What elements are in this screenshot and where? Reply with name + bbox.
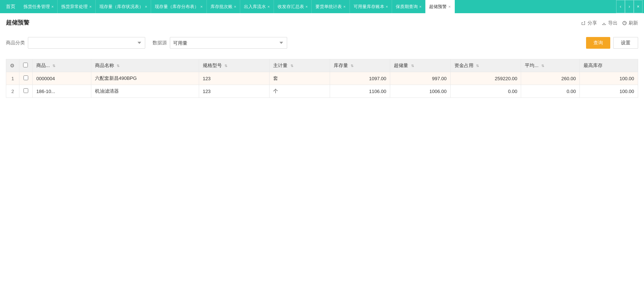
nav-tab-4[interactable]: 现存量（库存分布表） ×	[151, 0, 206, 13]
th-stock-label: 库存量	[334, 63, 348, 68]
page-title: 超储预警	[6, 19, 29, 27]
nav-tab-label: 现存量（库存分布表）	[155, 4, 199, 10]
row-over-stock: 997.00	[390, 72, 450, 85]
row-num: 2	[6, 85, 19, 98]
th-product-code: 商品... ⇅	[33, 59, 91, 72]
sort-icon[interactable]: ⇅	[476, 64, 479, 68]
th-over-stock-label: 超储量	[394, 63, 408, 68]
th-capital: 资金占用 ⇅	[450, 59, 521, 72]
query-button[interactable]: 查询	[586, 37, 610, 49]
nav-tab-5[interactable]: 库存批次账 ×	[207, 0, 240, 13]
nav-tab-2[interactable]: 拣货异常处理 ×	[58, 0, 95, 13]
filter-row: 商品分类 数据源 可用量 查询 设置	[6, 33, 638, 53]
row-checkbox[interactable]	[23, 75, 28, 80]
nav-tab-3[interactable]: 现存量（库存状况表） ×	[96, 0, 151, 13]
nav-tab-7[interactable]: 收发存汇总表 ×	[274, 0, 312, 13]
category-select[interactable]	[28, 37, 145, 49]
nav-tab-6[interactable]: 出入库流水 ×	[240, 0, 274, 13]
nav-tab-close[interactable]: ×	[267, 4, 270, 9]
nav-arrow-close[interactable]: ×	[634, 0, 643, 13]
row-product-code: 0000004	[33, 72, 91, 85]
table-body: 1 0000004 六配套新昌490BPG 123 套 1097.00 997.…	[6, 72, 638, 98]
nav-tab-label: 出入库流水	[244, 4, 266, 10]
nav-tab-8[interactable]: 要货单统计表 ×	[312, 0, 350, 13]
th-max-stock-label: 最高库存	[583, 63, 603, 68]
gear-icon[interactable]: ⚙	[10, 63, 15, 68]
row-num: 1	[6, 72, 19, 85]
sort-icon[interactable]: ⇅	[351, 64, 354, 68]
nav-arrows: ‹ › ×	[616, 0, 643, 13]
nav-tab-label: 可用量库存账本	[354, 4, 384, 10]
row-max-stock: 100.00	[580, 72, 638, 85]
row-spec: 123	[199, 72, 270, 85]
row-product-name: 六配套新昌490BPG	[91, 72, 199, 85]
filter-buttons: 查询 设置	[586, 37, 638, 49]
nav-tab-1[interactable]: 拣货任务管理 ×	[20, 0, 58, 13]
th-capital-label: 资金占用	[454, 63, 473, 68]
nav-tab-close[interactable]: ×	[386, 4, 388, 9]
th-spec-label: 规格型号	[203, 63, 222, 68]
nav-tab-close[interactable]: ×	[234, 4, 236, 9]
refresh-button[interactable]: 刷新	[622, 20, 638, 26]
nav-tab-close[interactable]: ×	[305, 4, 308, 9]
sort-icon[interactable]: ⇅	[411, 64, 414, 68]
datasource-select[interactable]: 可用量	[170, 37, 287, 49]
share-button[interactable]: 分享	[581, 20, 597, 26]
table-row: 2 186-10... 机油滤清器 123 个 1106.00 1006.00 …	[6, 85, 638, 98]
table-header-row: ⚙ 商品... ⇅ 商品名称 ⇅ 规格型号 ⇅ 主计量	[6, 59, 638, 72]
nav-tab-label: 超储预警	[429, 4, 447, 10]
nav-tab-label: 拣货异常处理	[61, 4, 88, 10]
nav-home[interactable]: 首页	[1, 3, 20, 10]
settings-button[interactable]: 设置	[613, 37, 638, 49]
refresh-icon	[622, 21, 627, 26]
row-stock: 1097.00	[330, 72, 390, 85]
row-avg: 260.00	[521, 72, 580, 85]
th-avg-label: 平均...	[525, 63, 538, 68]
th-product-name: 商品名称 ⇅	[91, 59, 199, 72]
table-row: 1 0000004 六配套新昌490BPG 123 套 1097.00 997.…	[6, 72, 638, 85]
sort-icon[interactable]: ⇅	[224, 64, 227, 68]
nav-tab-close[interactable]: ×	[51, 4, 54, 9]
nav-tab-9[interactable]: 可用量库存账本 ×	[350, 0, 392, 13]
th-avg: 平均... ⇅	[521, 59, 580, 72]
row-product-code: 186-10...	[33, 85, 91, 98]
export-button[interactable]: 导出	[601, 20, 618, 26]
select-all-checkbox[interactable]	[23, 63, 28, 67]
row-product-name: 机油滤清器	[91, 85, 199, 98]
nav-tab-close[interactable]: ×	[145, 4, 147, 9]
nav-tab-close[interactable]: ×	[448, 4, 450, 9]
nav-tab-close[interactable]: ×	[89, 4, 91, 9]
sort-icon[interactable]: ⇅	[52, 64, 55, 68]
row-checkbox-cell	[19, 85, 33, 98]
row-checkbox[interactable]	[23, 88, 28, 93]
nav-tab-10[interactable]: 保质期查询 ×	[392, 0, 425, 13]
nav-tab-label: 收发存汇总表	[278, 4, 304, 10]
page-header: 超储预警 分享 导出 刷新	[6, 19, 638, 27]
nav-tab-close[interactable]: ×	[419, 4, 421, 9]
datasource-label: 数据源	[153, 40, 167, 46]
header-actions: 分享 导出 刷新	[581, 20, 638, 26]
th-product-name-label: 商品名称	[95, 63, 114, 68]
th-unit: 主计量 ⇅	[270, 59, 330, 72]
row-over-stock: 1006.00	[390, 85, 450, 98]
nav-tab-label: 保质期查询	[396, 4, 418, 10]
nav-tab-close[interactable]: ×	[343, 4, 345, 9]
nav-tab-label: 拣货任务管理	[23, 4, 50, 10]
top-nav: 首页 拣货任务管理 × 拣货异常处理 × 现存量（库存状况表） × 现存量（库存…	[0, 0, 644, 13]
category-filter: 商品分类	[6, 37, 145, 49]
datasource-filter: 数据源 可用量	[153, 37, 287, 49]
sort-icon[interactable]: ⇅	[541, 64, 544, 68]
nav-arrow-left[interactable]: ‹	[616, 0, 625, 13]
row-stock: 1106.00	[330, 85, 390, 98]
nav-arrow-right[interactable]: ›	[625, 0, 634, 13]
sort-icon[interactable]: ⇅	[117, 64, 120, 68]
th-settings: ⚙	[6, 59, 19, 72]
nav-tab-close[interactable]: ×	[200, 4, 202, 9]
row-capital: 259220.00	[450, 72, 521, 85]
row-capital: 0.00	[450, 85, 521, 98]
row-spec: 123	[199, 85, 270, 98]
nav-tab-label: 要货单统计表	[315, 4, 342, 10]
sort-icon[interactable]: ⇅	[290, 64, 293, 68]
nav-tab-11[interactable]: 超储预警 ×	[425, 0, 454, 13]
th-stock: 库存量 ⇅	[330, 59, 390, 72]
